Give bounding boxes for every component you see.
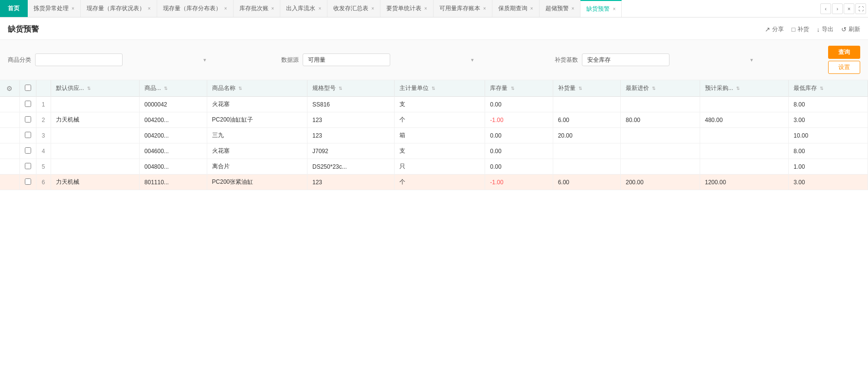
- replenish-button[interactable]: □ 补货: [792, 25, 809, 34]
- row-checkbox-cell-4[interactable]: [19, 159, 36, 175]
- category-select[interactable]: [35, 53, 123, 66]
- col-product-name-label: 商品名称: [212, 85, 235, 91]
- row-estimated-purchase-5: 1200.00: [700, 175, 788, 190]
- row-replenish-qty-0: [553, 97, 620, 112]
- tab-overstock[interactable]: 超储预警×: [540, 0, 581, 17]
- col-spec-model-sort[interactable]: ⇅: [339, 86, 343, 91]
- row-supplier-0: [51, 97, 139, 112]
- row-checkbox-2[interactable]: [25, 132, 31, 138]
- col-checkbox-header[interactable]: [19, 80, 36, 97]
- row-gear-1: [0, 112, 19, 128]
- row-latest-price-4: [621, 159, 700, 175]
- query-button[interactable]: 查询: [828, 46, 860, 59]
- row-spec-model-3: J7092: [307, 143, 395, 159]
- row-gear-2: [0, 128, 19, 143]
- row-checkbox-cell-0[interactable]: [19, 97, 36, 112]
- col-default-supplier-sort[interactable]: ⇅: [87, 86, 91, 91]
- col-inventory-sort[interactable]: ⇅: [511, 86, 515, 91]
- stockout-table: ⚙ 默认供应... ⇅ 商品... ⇅ 商品名称: [0, 80, 868, 190]
- tab-close-order-stats[interactable]: ×: [424, 6, 427, 11]
- export-label: 导出: [822, 25, 833, 34]
- share-button[interactable]: ↗ 分享: [765, 25, 784, 34]
- table-row[interactable]: 1 0000042 火花塞 SS816 支 0.00 8.00: [0, 97, 868, 112]
- tab-close-overstock[interactable]: ×: [572, 6, 575, 11]
- tab-inventory-dist[interactable]: 现存量（库存分布表）×: [157, 0, 234, 17]
- col-spec-model-label: 规格型号: [312, 85, 336, 91]
- tab-close-inventory-status[interactable]: ×: [148, 6, 151, 11]
- col-estimated-purchase-sort[interactable]: ⇅: [736, 86, 740, 91]
- row-checkbox-4[interactable]: [25, 163, 31, 169]
- tab-close-expiry-query[interactable]: ×: [530, 6, 533, 11]
- col-unit: 主计量单位 ⇅: [395, 80, 485, 97]
- row-supplier-1: 力天机械: [51, 112, 139, 128]
- col-replenish-qty-sort[interactable]: ⇅: [579, 86, 582, 91]
- category-select-wrapper: [35, 53, 210, 66]
- refresh-button[interactable]: ↺ 刷新: [841, 25, 860, 34]
- tab-label: 超储预警: [545, 4, 569, 13]
- refresh-label: 刷新: [849, 25, 860, 34]
- tab-inout-flow[interactable]: 出入库流水×: [280, 0, 327, 17]
- tab-close-batch-account[interactable]: ×: [271, 6, 274, 11]
- row-checkbox-cell-2[interactable]: [19, 128, 36, 143]
- export-button[interactable]: ↓ 导出: [817, 25, 834, 34]
- tab-defect-exception[interactable]: 拣货异常处理×: [28, 0, 81, 17]
- tab-order-stats[interactable]: 要货单统计表×: [380, 0, 434, 17]
- tab-prev-btn[interactable]: ‹: [820, 3, 831, 14]
- row-min-inventory-2: 10.00: [789, 128, 868, 143]
- row-checkbox-1[interactable]: [25, 116, 31, 123]
- row-product-code-0: 0000042: [139, 97, 207, 112]
- replenish-basis-select-wrapper: 安全库存: [582, 53, 757, 66]
- datasource-select-wrapper: 可用量: [303, 53, 478, 66]
- row-checkbox-cell-5[interactable]: [19, 175, 36, 190]
- table-row[interactable]: 5 004800... 离合片 DS250*23c... 只 0.00 1.00: [0, 159, 868, 175]
- col-product-name-sort[interactable]: ⇅: [238, 86, 242, 91]
- share-label: 分享: [772, 25, 784, 34]
- select-all-checkbox[interactable]: [25, 85, 31, 91]
- gear-icon[interactable]: ⚙: [6, 85, 13, 92]
- row-num-3: 4: [36, 143, 51, 159]
- row-num-2: 3: [36, 128, 51, 143]
- row-checkbox-cell-1[interactable]: [19, 112, 36, 128]
- tab-expiry-query[interactable]: 保质期查询×: [492, 0, 540, 17]
- col-spec-model: 规格型号 ⇅: [307, 80, 395, 97]
- datasource-select[interactable]: 可用量: [303, 53, 390, 66]
- row-inventory-1: -1.00: [485, 112, 553, 128]
- col-latest-price-sort[interactable]: ⇅: [652, 86, 656, 91]
- tab-available-ledger[interactable]: 可用量库存账本×: [434, 0, 492, 17]
- replenish-basis-select[interactable]: 安全库存: [582, 53, 669, 66]
- tab-close-inout-flow[interactable]: ×: [318, 6, 321, 11]
- tab-collect-summary[interactable]: 收发存汇总表×: [327, 0, 380, 17]
- row-checkbox-3[interactable]: [25, 147, 31, 154]
- col-unit-sort[interactable]: ⇅: [432, 86, 435, 91]
- col-gear[interactable]: ⚙: [0, 80, 19, 97]
- settings-button[interactable]: 设置: [828, 61, 860, 74]
- row-min-inventory-1: 3.00: [789, 112, 868, 128]
- tab-close-defect-exception[interactable]: ×: [72, 6, 74, 11]
- table-row[interactable]: 2 力天机械 004200... PC200油缸缸子 123 个 -1.00 6…: [0, 112, 868, 128]
- tab-stockout-warning[interactable]: 缺货预警×: [580, 0, 622, 17]
- row-num-5: 6: [36, 175, 51, 190]
- tab-label: 出入库流水: [286, 4, 315, 13]
- col-min-inventory-sort[interactable]: ⇅: [820, 86, 824, 91]
- tab-label: 保质期查询: [498, 4, 527, 13]
- tab-close-stockout-warning[interactable]: ×: [613, 6, 615, 12]
- col-product-code-sort[interactable]: ⇅: [164, 86, 168, 91]
- row-replenish-qty-4: [553, 159, 620, 175]
- table-row[interactable]: 3 004200... 三九 123 箱 0.00 20.00 10.00: [0, 128, 868, 143]
- tab-close-btn[interactable]: ×: [844, 3, 854, 14]
- col-default-supplier: 默认供应... ⇅: [51, 80, 139, 97]
- tab-close-collect-summary[interactable]: ×: [371, 6, 374, 11]
- col-latest-price-label: 最新进价: [626, 85, 649, 91]
- tab-next-btn[interactable]: ›: [832, 3, 843, 14]
- row-checkbox-cell-3[interactable]: [19, 143, 36, 159]
- tab-home[interactable]: 首页: [0, 0, 28, 17]
- tab-close-inventory-dist[interactable]: ×: [224, 6, 227, 11]
- row-checkbox-5[interactable]: [25, 178, 31, 185]
- row-checkbox-0[interactable]: [25, 101, 31, 107]
- table-row[interactable]: 4 004600... 火花塞 J7092 支 0.00 8.00: [0, 143, 868, 159]
- tab-inventory-status[interactable]: 现存量（库存状况表）×: [81, 0, 157, 17]
- tab-fullscreen-btn[interactable]: ⛶: [855, 3, 866, 14]
- tab-close-available-ledger[interactable]: ×: [483, 6, 486, 11]
- table-row[interactable]: 6 力天机械 801110... PC200张紧油缸 123 个 -1.00 6…: [0, 175, 868, 190]
- tab-batch-account[interactable]: 库存批次账×: [234, 0, 281, 17]
